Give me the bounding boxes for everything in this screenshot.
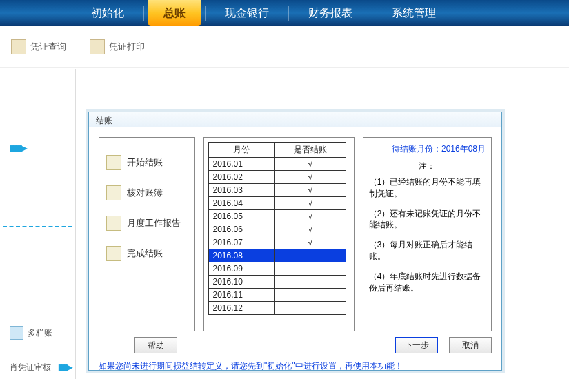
table-row[interactable]: 2016.09 [208, 262, 346, 276]
footer-hint: 如果您尚未进行期间损益结转定义，请您先到"初始化"中进行设置，再使用本功能！ [99, 360, 492, 372]
cell-month: 2016.04 [208, 197, 274, 210]
cell-month: 2016.02 [208, 171, 274, 184]
cell-month: 2016.05 [208, 210, 274, 223]
sidebar-divider [3, 226, 72, 227]
arrow-icon: ▮▮▮▮▶ [10, 143, 25, 153]
table-row[interactable]: 2016.03√ [208, 184, 346, 197]
steps-panel: 开始结账 核对账簿 月度工作报告 完成结账 [99, 137, 195, 331]
sidebar-arrow: ▮▮▮▮▶ [0, 131, 75, 165]
cell-month: 2016.09 [208, 262, 274, 276]
pending-value: 2016年08月 [441, 144, 486, 154]
menu-separator [143, 6, 144, 21]
cell-month: 2016.03 [208, 184, 274, 197]
step-label: 月度工作报告 [127, 217, 181, 229]
step-start-closing[interactable]: 开始结账 [106, 155, 188, 170]
info-panel: 待结账月份：2016年08月 注： （1）已经结账的月份不能再填制凭证。（2）还… [363, 137, 492, 331]
step-label: 完成结账 [127, 247, 163, 260]
cell-month: 2016.10 [208, 276, 274, 289]
cell-month: 2016.12 [208, 302, 274, 315]
sidebar-multi-col[interactable]: 多栏账 [0, 316, 75, 350]
tool-voucher-query[interactable]: 凭证查询 [11, 39, 66, 54]
col-closed: 是否结账 [274, 143, 346, 158]
note-item: （1）已经结账的月份不能再填制凭证。 [369, 176, 486, 200]
table-row[interactable]: 2016.11 [208, 289, 346, 302]
cell-closed: √ [274, 223, 346, 236]
menu-tab-fin-report[interactable]: 财务报表 [293, 0, 368, 26]
dialog-footer: 帮助 下一步 取消 如果您尚未进行期间损益结转定义，请您先到"初始化"中进行设置… [89, 334, 501, 372]
cell-closed [274, 289, 346, 302]
notes-list: （1）已经结账的月份不能再填制凭证。（2）还有未记账凭证的月份不能结账。（3）每… [369, 176, 486, 293]
step-label: 开始结账 [127, 156, 163, 169]
cell-closed [274, 262, 346, 276]
cell-closed: √ [274, 158, 346, 171]
notes-heading: 注： [369, 161, 486, 172]
tool-label: 凭证查询 [30, 41, 66, 53]
cell-closed: √ [274, 171, 346, 184]
step-month-report[interactable]: 月度工作报告 [106, 216, 188, 231]
toolbar: 凭证查询 凭证打印 [0, 26, 569, 68]
tool-label: 凭证打印 [109, 41, 145, 53]
tool-voucher-print[interactable]: 凭证打印 [90, 39, 145, 54]
months-panel: 月份 是否结账 2016.01√2016.02√2016.03√2016.04√… [203, 137, 355, 331]
menu-tab-init[interactable]: 初始化 [76, 0, 139, 26]
ledger-icon [10, 326, 23, 340]
table-row[interactable]: 2016.06√ [208, 223, 346, 236]
menu-tab-cash-bank[interactable]: 现金银行 [210, 0, 284, 26]
menu-tab-general-ledger[interactable]: 总账 [148, 0, 201, 26]
table-row[interactable]: 2016.02√ [208, 171, 346, 184]
table-row[interactable]: 2016.05√ [208, 210, 346, 223]
finish-icon [106, 246, 121, 261]
doc-print-icon [90, 39, 105, 54]
table-row[interactable]: 2016.04√ [208, 197, 346, 210]
note-item: （3）每月对账正确后才能结账。 [369, 239, 486, 262]
table-row[interactable]: 2016.07√ [208, 236, 346, 249]
note-item: （4）年底结账时先进行数据备份后再结账。 [369, 271, 486, 294]
cell-closed: √ [274, 184, 346, 197]
report-icon [106, 216, 121, 231]
cell-month: 2016.06 [208, 223, 274, 236]
menu-separator [288, 6, 289, 21]
cancel-button[interactable]: 取消 [449, 337, 492, 353]
next-button[interactable]: 下一步 [395, 337, 438, 353]
step-label: 核对账簿 [127, 187, 163, 199]
cell-closed [274, 249, 346, 262]
table-row[interactable]: 2016.01√ [208, 158, 346, 171]
table-row[interactable]: 2016.12 [208, 302, 346, 315]
menu-separator [372, 6, 372, 21]
arrow-icon: ▮▮▮▶ [58, 362, 70, 372]
left-sidebar: ▮▮▮▮▶ 多栏账 肖凭证审核 ▮▮▮▶ [0, 69, 76, 379]
table-row[interactable]: 2016.10 [208, 276, 346, 289]
cell-month: 2016.11 [208, 289, 274, 302]
months-table: 月份 是否结账 2016.01√2016.02√2016.03√2016.04√… [208, 142, 346, 315]
note-item: （2）还有未记账凭证的月份不能结账。 [369, 208, 486, 231]
pending-month: 待结账月份：2016年08月 [369, 143, 486, 155]
dialog-title: 结账 [89, 112, 501, 127]
menu-separator [205, 6, 206, 21]
cell-closed [274, 276, 346, 289]
table-row[interactable]: 2016.08 [208, 249, 346, 262]
cell-month: 2016.01 [208, 158, 274, 171]
start-icon [106, 155, 121, 170]
cell-closed: √ [274, 197, 346, 210]
pending-label: 待结账月份： [392, 144, 441, 154]
check-icon [106, 185, 121, 200]
step-check-ledger[interactable]: 核对账簿 [106, 185, 188, 200]
cell-closed: √ [274, 210, 346, 223]
menu-tab-sys-admin[interactable]: 系统管理 [377, 0, 451, 26]
cell-month: 2016.08 [208, 249, 274, 262]
sidebar-item-label: 肖凭证审核 [10, 362, 51, 373]
cell-month: 2016.07 [208, 236, 274, 249]
closing-dialog: 结账 开始结账 核对账簿 月度工作报告 完成结账 [88, 112, 502, 371]
cell-closed [274, 302, 346, 315]
cell-closed: √ [274, 236, 346, 249]
col-month: 月份 [208, 143, 274, 158]
sidebar-item-label: 多栏账 [28, 327, 52, 339]
step-finish-closing[interactable]: 完成结账 [106, 246, 188, 261]
doc-search-icon [11, 39, 26, 54]
help-button[interactable]: 帮助 [134, 337, 177, 353]
top-menubar: 初始化 总账 现金银行 财务报表 系统管理 [0, 0, 569, 26]
sidebar-audit[interactable]: 肖凭证审核 ▮▮▮▶ [0, 350, 75, 384]
